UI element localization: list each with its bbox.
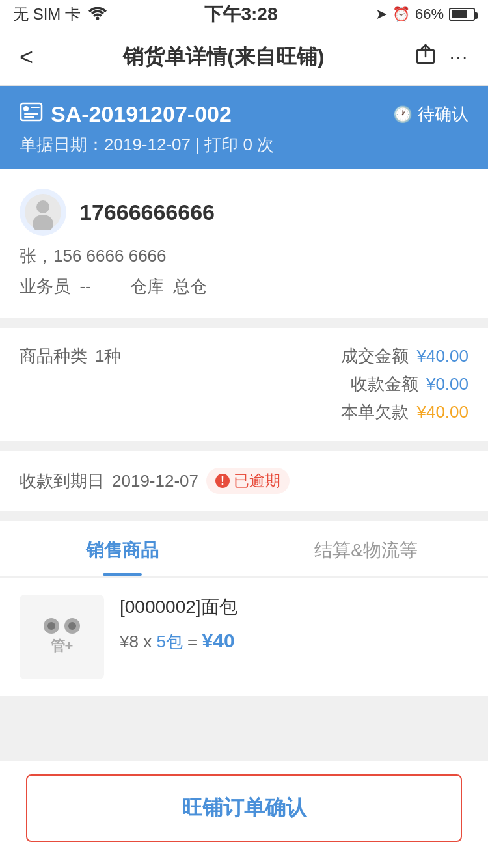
warning-icon: ! [215,474,230,488]
order-icon [20,102,43,127]
equals-sign: = [187,632,197,651]
location-icon: ➤ [375,6,387,23]
due-date-value: 2019-12-07 [112,471,198,491]
customer-meta: 业务员 -- 仓库 总仓 [20,275,468,298]
share-button[interactable] [414,44,437,71]
order-id-text: SA-20191207-002 [51,102,232,127]
product-image: 管+ [20,595,104,679]
nav-bar: < 销货单详情(来自旺铺) ··· [0,29,488,86]
status-left: 无 SIM 卡 [13,4,107,25]
product-type: 商品种类 1种 [20,345,121,368]
balance-value: ¥40.00 [416,402,468,422]
multiply-sign: x [143,632,152,651]
product-price: ¥8 x 5包 = ¥40 [120,630,468,653]
due-date-label: 收款到期日 [20,470,104,493]
owl-eye-left [44,618,59,634]
warehouse-value: 总仓 [173,277,207,296]
customer-main-row: 17666666666 [20,189,468,236]
sales-rep-key: 业务员 [20,277,70,296]
clock-icon: 🕐 [393,105,413,124]
tabs-container: 销售商品 结算&物流等 [0,521,488,576]
warehouse-label: 仓库 总仓 [130,275,207,298]
balance-row: 本单欠款 ¥40.00 [341,401,468,424]
bottom-bar: 旺铺订单确认 [0,761,488,868]
deal-amount-row: 成交金额 ¥40.00 [341,345,468,368]
sales-rep-value: -- [79,277,90,296]
product-logo: 管+ [44,618,80,656]
receipt-amount-label: 收款金额 [351,373,418,396]
tab-settlement[interactable]: 结算&物流等 [244,521,488,576]
summary-row: 商品种类 1种 成交金额 ¥40.00 收款金额 ¥0.00 本单欠款 ¥40.… [20,345,468,424]
owl-plus: 管+ [51,636,74,656]
summary-card: 商品种类 1种 成交金额 ¥40.00 收款金额 ¥0.00 本单欠款 ¥40.… [0,328,488,441]
status-text: 待确认 [418,103,468,126]
customer-card: 17666666666 张，156 6666 6666 业务员 -- 仓库 总仓 [0,169,488,318]
svg-point-3 [23,106,29,111]
overdue-text: 已逾期 [234,470,280,491]
customer-name: 张，156 6666 6666 [20,245,468,267]
deal-amount-label: 成交金额 [341,345,409,368]
svg-rect-2 [21,103,42,120]
svg-point-8 [36,200,49,213]
price-value: ¥8 [120,632,139,651]
price-total: ¥40 [202,630,235,651]
order-id-row: SA-20191207-002 🕐 待确认 [20,102,468,127]
balance-label: 本单欠款 [341,401,409,424]
deal-amount-value: ¥40.00 [416,346,468,366]
amounts: 成交金额 ¥40.00 收款金额 ¥0.00 本单欠款 ¥40.00 [341,345,468,424]
confirm-button[interactable]: 旺铺订单确认 [26,774,462,842]
owl-eye-right [64,618,80,634]
carrier-label: 无 SIM 卡 [13,4,81,25]
tab-sales-products[interactable]: 销售商品 [0,521,244,576]
order-date: 单据日期：2019-12-07 | 打印 0 次 [20,133,468,156]
avatar [20,189,66,236]
svg-point-0 [96,17,100,20]
owl-eyes [44,618,80,634]
alarm-icon: ⏰ [392,6,410,23]
battery-percent: 66% [415,6,444,23]
product-item: 管+ [0000002]面包 ¥8 x 5包 = ¥40 [20,595,468,679]
product-type-label: 商品种类 [20,345,87,368]
product-info: [0000002]面包 ¥8 x 5包 = ¥40 [120,595,468,653]
back-button[interactable]: < [20,44,33,71]
receipt-amount-row: 收款金额 ¥0.00 [351,373,468,396]
time-display: 下午3:28 [204,2,277,27]
price-qty: 5包 [156,632,182,651]
status-bar: 无 SIM 卡 下午3:28 ➤ ⏰ 66% [0,0,488,29]
sales-rep-label: 业务员 -- [20,275,91,298]
product-section: 管+ [0000002]面包 ¥8 x 5包 = ¥40 [0,578,488,696]
status-right: ➤ ⏰ 66% [375,6,475,23]
order-status: 🕐 待确认 [393,103,468,126]
receipt-amount-value: ¥0.00 [426,374,468,394]
tab-sales-label: 销售商品 [86,540,159,560]
more-button[interactable]: ··· [450,47,468,68]
wifi-icon [88,5,107,23]
due-date-card: 收款到期日 2019-12-07 ! 已逾期 [0,451,488,511]
battery-icon [449,8,475,21]
nav-actions: ··· [414,44,468,71]
product-type-value: 1种 [95,345,121,368]
order-header: SA-20191207-002 🕐 待确认 单据日期：2019-12-07 | … [0,86,488,169]
product-name: [0000002]面包 [120,595,468,619]
order-id: SA-20191207-002 [20,102,232,127]
page-title: 销货单详情(来自旺铺) [123,43,324,72]
customer-phone: 17666666666 [79,200,215,225]
warehouse-key: 仓库 [130,277,164,296]
tab-settlement-label: 结算&物流等 [314,540,418,560]
overdue-badge: ! 已逾期 [206,468,290,494]
